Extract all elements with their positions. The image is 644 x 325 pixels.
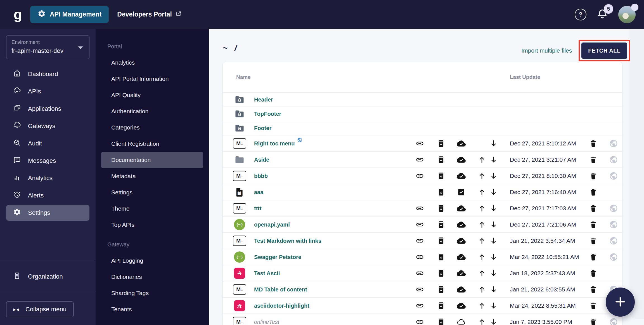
delete-icon[interactable] xyxy=(589,188,598,197)
document-name-link[interactable]: tttt xyxy=(254,205,262,211)
move-up-icon[interactable] xyxy=(478,269,486,278)
move-down-icon[interactable] xyxy=(489,220,498,229)
move-down-icon[interactable] xyxy=(489,301,498,310)
document-name-link[interactable]: Swagger Petstore xyxy=(254,254,301,260)
page-link-icon[interactable] xyxy=(415,253,425,261)
cloud-check-icon[interactable] xyxy=(456,204,466,213)
page-link-icon[interactable] xyxy=(415,269,425,277)
help-icon[interactable]: ? xyxy=(575,9,586,20)
api-management-button[interactable]: API Management xyxy=(30,6,109,23)
tab-dictionaries[interactable]: Dictionaries xyxy=(101,269,203,285)
page-link-icon[interactable] xyxy=(415,156,425,164)
move-down-icon[interactable] xyxy=(489,253,498,262)
document-name-link[interactable]: Right toc menu xyxy=(254,140,302,147)
move-up-icon[interactable] xyxy=(478,188,486,197)
document-name-link[interactable]: aaa xyxy=(254,189,263,195)
add-page-fab[interactable] xyxy=(606,288,635,317)
tab-settings[interactable]: Settings xyxy=(101,184,203,201)
document-name-link[interactable]: bbbb xyxy=(254,173,268,179)
sidebar-item-analytics[interactable]: Analytics xyxy=(6,170,89,186)
page-link-icon[interactable] xyxy=(415,237,425,245)
delete-icon[interactable] xyxy=(589,220,598,229)
delete-icon[interactable] xyxy=(589,301,598,310)
move-down-icon[interactable] xyxy=(489,204,498,213)
page-link-icon[interactable] xyxy=(415,204,425,213)
tab-api-portal-information[interactable]: API Portal Information xyxy=(101,71,203,87)
tab-api-quality[interactable]: API Quality xyxy=(101,87,203,103)
tab-sharding-tags[interactable]: Sharding Tags xyxy=(101,285,203,301)
tab-authentication[interactable]: Authentication xyxy=(101,103,203,119)
developers-portal-link[interactable]: Developers Portal xyxy=(117,10,182,19)
sidebar-item-applications[interactable]: Applications xyxy=(6,101,89,117)
cloud-check-icon[interactable] xyxy=(456,301,466,310)
cloud-check-icon[interactable] xyxy=(456,220,466,229)
sidebar-item-settings[interactable]: Settings xyxy=(6,205,89,221)
document-name-link[interactable]: Test Ascii xyxy=(254,270,280,276)
page-link-icon[interactable] xyxy=(415,302,425,310)
move-up-icon[interactable] xyxy=(478,204,486,213)
move-down-icon[interactable] xyxy=(489,269,498,278)
cloud-check-icon[interactable] xyxy=(456,285,466,294)
delete-icon[interactable] xyxy=(589,285,598,294)
cloud-check-icon[interactable] xyxy=(456,269,466,278)
page-link-icon[interactable] xyxy=(415,318,425,325)
save-page-icon[interactable] xyxy=(437,220,445,229)
document-name-link[interactable]: openapi.yaml xyxy=(254,221,290,228)
collapse-menu-button[interactable]: ▶◀ Collapse menu xyxy=(6,302,74,317)
document-name-link[interactable]: Footer xyxy=(254,125,271,131)
delete-icon[interactable] xyxy=(589,204,598,213)
sidebar-item-organization[interactable]: Organization xyxy=(6,269,89,284)
save-page-icon[interactable] xyxy=(437,155,445,164)
save-page-icon[interactable] xyxy=(437,301,445,310)
breadcrumb-home[interactable]: ~ xyxy=(223,43,228,53)
move-down-icon[interactable] xyxy=(489,188,498,197)
save-page-icon[interactable] xyxy=(437,317,445,325)
delete-icon[interactable] xyxy=(589,171,598,180)
cloud-check-icon[interactable] xyxy=(456,171,466,180)
user-menu[interactable] xyxy=(618,6,636,23)
move-up-icon[interactable] xyxy=(478,171,486,180)
page-link-icon[interactable] xyxy=(415,139,425,148)
move-up-icon[interactable] xyxy=(478,285,486,294)
move-down-icon[interactable] xyxy=(489,139,498,148)
save-page-icon[interactable] xyxy=(437,285,445,294)
move-up-icon[interactable] xyxy=(478,155,486,164)
tab-categories[interactable]: Categories xyxy=(101,119,203,136)
sidebar-item-messages[interactable]: Messages xyxy=(6,153,89,169)
save-page-icon[interactable] xyxy=(437,204,445,213)
sidebar-item-audit[interactable]: Audit xyxy=(6,136,89,151)
delete-icon[interactable] xyxy=(589,253,598,262)
delete-icon[interactable] xyxy=(589,139,598,148)
document-name-link[interactable]: Test Markdown with links xyxy=(254,237,321,244)
save-page-icon[interactable] xyxy=(437,188,445,197)
check-square-icon[interactable] xyxy=(456,188,466,197)
document-name-link[interactable]: TopFooter xyxy=(254,111,281,117)
page-link-icon[interactable] xyxy=(415,220,425,229)
cloud-outline-icon[interactable] xyxy=(456,317,466,325)
document-name-link[interactable]: Aside xyxy=(254,156,269,163)
tab-metadata[interactable]: Metadata xyxy=(101,168,203,184)
tab-tenants[interactable]: Tenants xyxy=(101,301,203,317)
delete-icon[interactable] xyxy=(589,155,598,164)
sidebar-item-apis[interactable]: APIs xyxy=(6,84,89,99)
cloud-check-icon[interactable] xyxy=(456,253,466,262)
document-name-link[interactable]: MD Table of content xyxy=(254,286,307,293)
save-page-icon[interactable] xyxy=(437,236,445,245)
delete-icon[interactable] xyxy=(589,236,598,245)
move-down-icon[interactable] xyxy=(489,236,498,245)
move-up-icon[interactable] xyxy=(478,220,486,229)
cloud-check-icon[interactable] xyxy=(456,139,466,148)
tab-theme[interactable]: Theme xyxy=(101,201,203,217)
cloud-check-icon[interactable] xyxy=(456,155,466,164)
page-link-icon[interactable] xyxy=(415,172,425,180)
sidebar-item-dashboard[interactable]: Dashboard xyxy=(6,66,89,82)
save-page-icon[interactable] xyxy=(437,253,445,262)
tab-analytics[interactable]: Analytics xyxy=(101,55,203,71)
tab-top-apis[interactable]: Top APIs xyxy=(101,217,203,233)
move-up-icon[interactable] xyxy=(478,236,486,245)
delete-icon[interactable] xyxy=(589,317,598,325)
gravitee-logo[interactable]: g xyxy=(10,8,26,22)
sidebar-item-alerts[interactable]: Alerts xyxy=(6,188,89,203)
environment-select[interactable]: Environment fr-apim-master-dev xyxy=(6,36,89,59)
save-page-icon[interactable] xyxy=(437,269,445,278)
